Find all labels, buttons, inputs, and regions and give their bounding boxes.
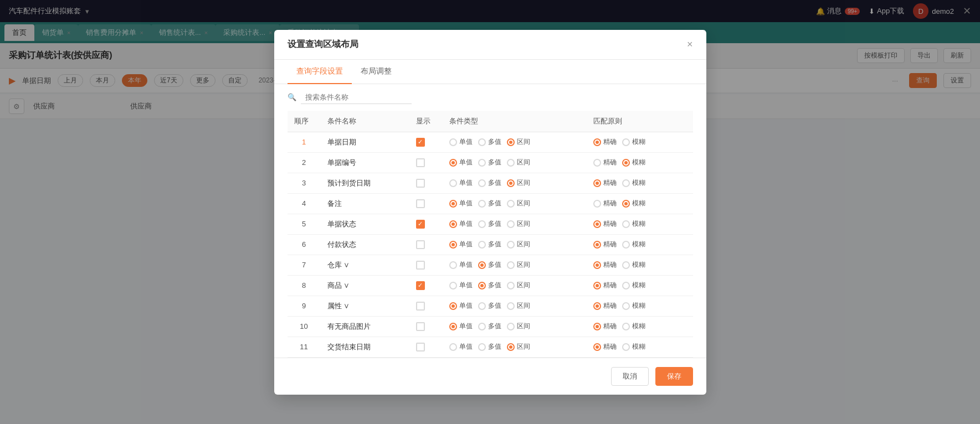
modal-table-container: 顺序 条件名称 显示 条件类型 匹配原则 1单据日期单值多值区间精确模糊2单据编… [288, 111, 693, 120]
modal-title: 设置查询区域布局 [288, 39, 358, 50]
tab-query-fields[interactable]: 查询字段设置 [288, 60, 352, 84]
modal-header: 设置查询区域布局 × [274, 30, 706, 60]
search-icon: 🔍 [288, 93, 296, 101]
col-condition-name: 条件名称 [321, 111, 409, 120]
col-display: 显示 [409, 111, 443, 120]
modal-overlay: 设置查询区域布局 × 查询字段设置 布局调整 🔍 顺序 条件名称 [0, 0, 980, 119]
modal-search-input[interactable] [301, 91, 412, 104]
modal-tabs: 查询字段设置 布局调整 [274, 60, 706, 84]
tab-layout-adjust[interactable]: 布局调整 [352, 60, 401, 84]
conditions-table: 顺序 条件名称 显示 条件类型 匹配原则 1单据日期单值多值区间精确模糊2单据编… [288, 111, 693, 120]
col-match-rule: 匹配原则 [587, 111, 693, 120]
modal-close-btn[interactable]: × [687, 39, 693, 50]
col-order: 顺序 [288, 111, 321, 120]
modal-search-area: 🔍 [274, 84, 706, 111]
modal-dialog: 设置查询区域布局 × 查询字段设置 布局调整 🔍 顺序 条件名称 [274, 30, 706, 120]
col-condition-type: 条件类型 [443, 111, 587, 120]
